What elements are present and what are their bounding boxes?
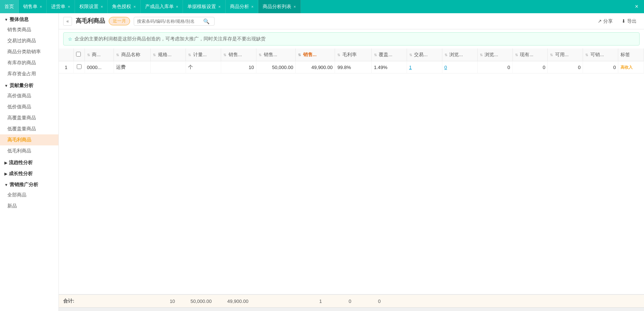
chevron-down-icon: ▼ [4, 18, 8, 22]
nav-tab-sales[interactable]: 销售单 × [19, 0, 47, 13]
col-spec[interactable]: ⇅ 规格... [151, 48, 186, 61]
cell-sales-qty: 10 [221, 61, 256, 73]
sort-icon: ⇅ [87, 53, 90, 57]
footer-current-stock: 0 [324, 299, 353, 304]
nav-tab-analysis[interactable]: 商品分析 × [226, 0, 258, 13]
data-table: ⇅ 商... ⇅ 商品名称 ⇅ 规格... ⇅ [59, 48, 644, 73]
col-sales-profit[interactable]: ⇅ 销售... [296, 48, 335, 61]
sidebar-item-all-goods[interactable]: 全部商品 [0, 189, 58, 200]
header-actions: ↗ 分享 ⬇ 导出 [595, 17, 640, 26]
nav-tab-product-entry[interactable]: 产成品入库单 × [141, 0, 183, 13]
close-icon[interactable]: × [218, 4, 220, 9]
col-browse1[interactable]: ⇅ 浏览... [442, 48, 477, 61]
cell-name: 运费 [114, 61, 151, 73]
row-checkbox[interactable] [77, 64, 82, 69]
sidebar-group-overall[interactable]: ▼ 整体信息 [0, 13, 58, 24]
sidebar-item-sales-goods[interactable]: 销售类商品 [0, 24, 58, 35]
sidebar-item-low-coverage[interactable]: 低覆盖量商品 [0, 123, 58, 134]
col-sku[interactable]: ⇅ 商... [84, 48, 114, 61]
close-icon[interactable]: × [101, 4, 103, 9]
col-current-stock[interactable]: ⇅ 现有... [512, 48, 548, 61]
search-box: 🔍 [134, 17, 215, 26]
sidebar-item-high-coverage[interactable]: 高覆盖量商品 [0, 112, 58, 123]
sidebar-item-category-rate[interactable]: 商品分类助销率 [0, 46, 58, 57]
col-browse2[interactable]: ⇅ 浏览... [477, 48, 512, 61]
sort-icon: ⇅ [374, 53, 377, 57]
nav-tab-home[interactable]: 首页 [0, 0, 19, 13]
cell-spec [151, 61, 186, 73]
horizontal-scrollbar[interactable] [59, 307, 644, 311]
sidebar-item-low-value[interactable]: 低价值商品 [0, 101, 58, 112]
sidebar-item-high-value[interactable]: 高价值商品 [0, 90, 58, 101]
sidebar-item-inventory-fund[interactable]: 库存资金占用 [0, 68, 58, 79]
sort-icon: ⇅ [480, 53, 483, 57]
sort-icon: ⇅ [409, 53, 412, 57]
filter-time-button[interactable]: 近一月 [109, 17, 130, 25]
search-input[interactable] [137, 19, 203, 24]
close-icon[interactable]: × [294, 4, 296, 9]
table-row: 1 0000... 运费 个 10 50,000.00 49,900.00 99… [59, 61, 644, 73]
close-icon[interactable]: × [176, 4, 178, 9]
share-icon: ↗ [598, 18, 602, 24]
sidebar-item-in-stock[interactable]: 有库存的商品 [0, 57, 58, 68]
footer-values: 10 50,000.00 49,900.00 1 0 0 [82, 299, 383, 304]
col-unit[interactable]: ⇅ 计量... [186, 48, 221, 61]
col-checkbox [73, 48, 84, 61]
cell-tag: 高收入 [618, 61, 644, 73]
cell-unit: 个 [186, 61, 221, 73]
info-icon: ☆ [68, 36, 72, 42]
sort-icon: ⇅ [550, 53, 553, 57]
col-available[interactable]: ⇅ 可用... [548, 48, 583, 61]
chevron-right-icon: ▶ [4, 161, 7, 165]
cell-checkbox [73, 61, 84, 73]
col-sales-amount[interactable]: ⇅ 销售... [256, 48, 296, 61]
sidebar-item-traded-goods[interactable]: 交易过的商品 [0, 35, 58, 46]
data-table-container: ⇅ 商... ⇅ 商品名称 ⇅ 规格... ⇅ [59, 48, 644, 294]
nav-tab-role[interactable]: 角色授权 × [108, 0, 140, 13]
sort-icon: ⇅ [515, 53, 518, 57]
table-footer: 合计: 10 50,000.00 49,900.00 1 0 0 [59, 294, 644, 307]
footer-available: 0 [353, 299, 383, 304]
chevron-right-icon: ▶ [4, 172, 7, 176]
cell-sku[interactable]: 0000... [84, 61, 114, 73]
sidebar-group-marketing[interactable]: ▼ 营销推广分析 [0, 178, 58, 189]
col-margin-rate[interactable]: ⇅ 毛利率 [335, 48, 371, 61]
sidebar-item-new-goods[interactable]: 新品 [0, 200, 58, 211]
collapse-sidebar-button[interactable]: « [63, 17, 72, 26]
col-coverage[interactable]: ⇅ 覆盖... [371, 48, 407, 61]
close-icon[interactable]: × [251, 4, 253, 9]
close-icon[interactable]: × [68, 4, 70, 9]
export-button[interactable]: ⬇ 导出 [619, 17, 640, 26]
sidebar-item-high-margin[interactable]: 高毛利商品 [0, 134, 58, 145]
sidebar-item-low-margin[interactable]: 低毛利商品 [0, 145, 58, 156]
sort-icon: ⇅ [337, 53, 340, 57]
nav-tab-purchase[interactable]: 进货单 × [47, 0, 75, 13]
window-close-button[interactable]: × [629, 0, 644, 13]
cell-sales-profit: 49,900.00 [296, 61, 335, 73]
cell-coverage: 1.49% [371, 61, 407, 73]
sort-icon: ⇅ [223, 53, 226, 57]
sort-icon: ⇅ [153, 53, 156, 57]
select-all-checkbox[interactable] [76, 52, 81, 57]
footer-sales-amount: 50,000.00 [177, 299, 214, 304]
close-icon[interactable]: × [133, 4, 136, 9]
nav-tab-template[interactable]: 单据模板设置 × [183, 0, 225, 13]
col-sales-qty[interactable]: ⇅ 销售... [221, 48, 256, 61]
sidebar-group-contribution[interactable]: ▼ 贡献量分析 [0, 79, 58, 90]
cell-margin-rate: 99.8% [335, 61, 371, 73]
nav-tab-permission[interactable]: 权限设置 × [75, 0, 108, 13]
cell-index: 1 [59, 61, 73, 73]
col-sellable[interactable]: ⇅ 可销... [583, 48, 618, 61]
share-button[interactable]: ↗ 分享 [595, 17, 616, 26]
export-icon: ⬇ [622, 18, 626, 24]
col-name[interactable]: ⇅ 商品名称 [114, 48, 151, 61]
col-transactions[interactable]: ⇅ 交易... [407, 48, 442, 61]
search-icon[interactable]: 🔍 [203, 18, 209, 24]
sidebar-group-trend[interactable]: ▶ 流趋性分析 [0, 156, 58, 167]
nav-tab-analysis-list[interactable]: 商品分析列表 × [258, 0, 301, 13]
close-icon[interactable]: × [40, 4, 42, 9]
page-title: 高毛利商品 [76, 17, 105, 25]
cell-browse1: 0 [442, 61, 477, 73]
sidebar-group-growth[interactable]: ▶ 成长性分析 [0, 167, 58, 178]
cell-transactions: 1 [407, 61, 442, 73]
